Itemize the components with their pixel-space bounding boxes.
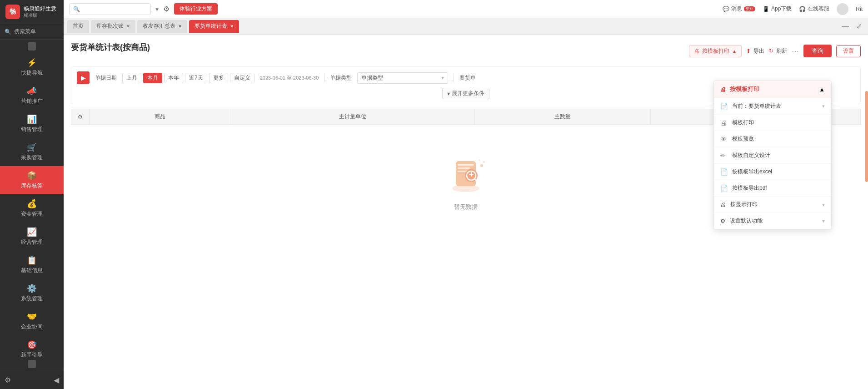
sidebar-item-quick-nav[interactable]: ⚡ 快捷导航 [0,53,64,81]
download-icon: 📱 [763,6,769,12]
dropdown-collapse-icon[interactable]: ▲ [819,86,825,93]
page-top-actions: 🖨 按模板打印 ▲ ⬆ 导出 ↻ 刷新 ⋯ 查询 设置 [689,45,861,57]
date-current-month-btn[interactable]: 本月 [143,73,162,83]
export-pdf-icon: 📄 [720,185,728,192]
messages-btn[interactable]: 💬 消息 99+ [723,5,755,13]
tab-order-stats-close[interactable]: ✕ [230,24,234,29]
dropdown-header-left: 🖨 按模板打印 [720,85,759,93]
date-current-year-btn[interactable]: 本年 [164,73,183,83]
display-print-icon: 🖨 [720,202,726,208]
dropdown-item-template-preview[interactable]: 👁 模板预览 [714,131,831,147]
logo-icon: 畅 [5,5,20,19]
export-excel-icon: 📄 [720,168,728,176]
dropdown-item-display-print[interactable]: 🖨 按显示打印 ▾ [714,197,831,213]
sidebar-item-guide[interactable]: 🎯 新手引导 [0,335,64,357]
dropdown-item-export-excel[interactable]: 📄 按模板导出excel [714,164,831,180]
print-chevron-icon: ▲ [732,49,737,54]
print-template-btn[interactable]: 🖨 按模板打印 ▲ [689,45,742,57]
sidebar-item-purchase[interactable]: 🛒 采购管理 [0,138,64,166]
refresh-icon: ↻ [769,48,773,54]
dropdown-item-template-print[interactable]: 🖨 模板打印 [714,115,831,131]
tab-batch-account-close[interactable]: ✕ [126,24,130,29]
scroll-up-btn[interactable] [28,42,36,51]
app-download-btn[interactable]: 📱 App下载 [763,5,792,13]
messages-label: 消息 [731,5,742,13]
sidebar-item-sales[interactable]: 📊 销售管理 [0,110,64,138]
app-name: 畅康通好生意 [24,5,56,13]
dropdown-header[interactable]: 🖨 按模板打印 ▲ [714,81,831,98]
sidebar-item-enterprise[interactable]: 🤝 企业协同 [0,307,64,335]
svg-point-10 [480,164,483,167]
sidebar-item-label: 快捷导航 [21,69,43,77]
tab-maximize-btn[interactable]: ⤢ [853,21,864,32]
date-custom-btn[interactable]: 自定义 [230,73,254,83]
tab-order-stats[interactable]: 要货单统计表 ✕ [189,20,239,33]
search-icon: 🔍 [5,29,11,35]
operations-icon: 📈 [27,227,37,237]
export-btn[interactable]: ⬆ 导出 [746,47,764,55]
expand-filter-btn[interactable]: ▾ 展开更多条件 [442,88,489,99]
dropdown-item-template-design[interactable]: ✏ 模板自定义设计 [714,147,831,164]
tab-home[interactable]: 首页 [67,20,89,33]
dropdown-header-label: 按模板打印 [730,85,759,93]
dropdown-current-template[interactable]: 📄 当前：要货单统计表 ▾ [714,98,831,115]
sidebar-item-basic-info[interactable]: 📋 基础信息 [0,251,64,279]
sidebar-item-label: 基础信息 [21,267,43,274]
inventory-icon: 📦 [27,171,37,181]
svg-rect-4 [458,171,468,172]
type-select[interactable]: 单据类型 ▾ [357,72,448,84]
sidebar-item-inventory[interactable]: 📦 库存核算 [0,166,64,194]
sidebar-item-operations[interactable]: 📈 经营管理 [0,222,64,251]
tab-receipt-summary[interactable]: 收发存汇总表 ✕ [137,20,187,33]
scroll-down-btn[interactable] [28,360,36,368]
dropdown-item-default-func[interactable]: ⚙ 设置默认功能 ▾ [714,213,831,229]
template-design-icon: ✏ [720,152,728,159]
date-more-btn[interactable]: 更多 [209,73,228,83]
filter-arrow-btn[interactable]: ▶ [77,71,90,84]
date-range-display: 2023-06-01 至 2023-06-30 [260,75,319,81]
dropdown-item-export-pdf[interactable]: 📄 按模板导出pdf [714,180,831,197]
table-header-gear[interactable]: ⚙ [71,109,90,125]
right-scrollbar[interactable] [865,91,868,182]
default-func-label: 设置默认功能 [730,217,763,225]
page-title: 要货单统计表(按商品) [71,42,150,53]
enterprise-icon: 🤝 [27,312,37,322]
sidebar-item-finance[interactable]: 💰 资金管理 [0,194,64,222]
table-gear-icon[interactable]: ⚙ [78,114,83,120]
template-preview-icon: 👁 [720,136,728,143]
settings-icon[interactable]: ⚙ [5,376,11,384]
page-content: 要货单统计表(按商品) 🖨 按模板打印 ▲ ⬆ 导出 ↻ 刷新 ⋯ 查询 [64,35,868,389]
settings-button[interactable]: 设置 [836,45,861,57]
empty-text: 暂无数据 [454,203,478,211]
export-btn-label: 导出 [753,47,764,55]
marketing-icon: 📣 [27,86,37,96]
topbar-search-icon: 🔍 [73,6,80,12]
sidebar-item-system[interactable]: ⚙️ 系统管理 [0,279,64,307]
more-options-icon[interactable]: ⋯ [792,47,799,56]
topbar-search-box[interactable]: 🔍 [69,3,151,15]
tab-receipt-summary-close[interactable]: ✕ [178,24,182,29]
sidebar-item-label: 新手引导 [21,351,43,357]
template-design-label: 模板自定义设计 [732,152,770,159]
refresh-btn[interactable]: ↻ 刷新 [769,47,787,55]
current-template-chevron: ▾ [822,103,825,109]
date-7days-btn[interactable]: 近7天 [185,73,207,83]
topbar-dropdown-icon[interactable]: ▾ [155,5,159,13]
tab-batch-account[interactable]: 库存批次账 ✕ [91,20,135,33]
collapse-icon[interactable]: ◀ [54,376,59,384]
print-dropdown-menu: 🖨 按模板打印 ▲ 📄 当前：要货单统计表 ▾ 🖨 模板打印 👁 模板预览 [713,80,832,230]
topbar-gear-icon[interactable]: ⚙ [163,5,170,13]
query-button[interactable]: 查询 [803,45,832,57]
export-pdf-label: 按模板导出pdf [732,184,767,192]
tab-minimize-btn[interactable]: — [840,21,851,32]
empty-state-icon [443,152,489,197]
export-icon: ⬆ [746,48,751,54]
trial-button[interactable]: 体验行业方案 [174,3,218,15]
date-prev-month-btn[interactable]: 上月 [122,73,141,83]
sidebar-search[interactable]: 🔍 搜索菜单 [0,24,64,40]
tab-actions: — ⤢ [840,21,864,32]
sidebar-search-label: 搜索菜单 [14,28,36,35]
type-select-chevron: ▾ [441,75,444,81]
sidebar-item-marketing[interactable]: 📣 营销推广 [0,81,64,110]
online-service-btn[interactable]: 🎧 在线客服 [799,5,829,13]
